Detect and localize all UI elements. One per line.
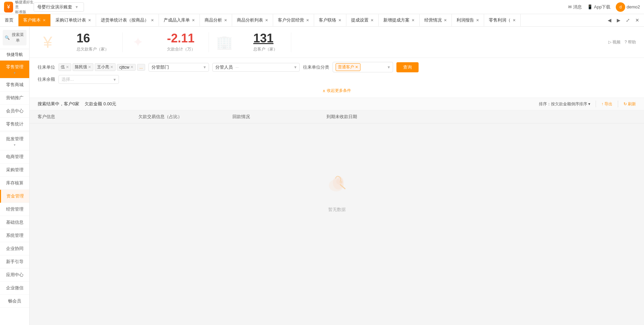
person-select[interactable]: 分管人员 ··· ▾ bbox=[212, 63, 300, 72]
sidebar-retail-mall-label: 零售商城 bbox=[6, 82, 24, 88]
chevron-down-icon: ▾ bbox=[14, 143, 15, 147]
chevron-down-icon: ▾ bbox=[114, 77, 116, 82]
message-icon: ✉ bbox=[568, 4, 572, 9]
nav-prev-button[interactable]: ◀ bbox=[606, 16, 613, 24]
tab-operation-status[interactable]: 经营情况 ✕ bbox=[420, 14, 452, 26]
sidebar-item-basic-info[interactable]: 基础信息 bbox=[0, 216, 29, 229]
sidebar-item-purchase-mgmt[interactable]: 采购管理 bbox=[0, 164, 29, 177]
sidebar-item-retail-mgmt[interactable]: 零售管理 ▾ bbox=[0, 61, 29, 78]
filter-balance-label: 往来余额 bbox=[38, 76, 55, 82]
remove-tag-cjttcw[interactable]: ✕ bbox=[130, 65, 133, 69]
sidebar-item-finance-mgmt[interactable]: 资金管理 bbox=[0, 190, 29, 203]
help-label: 帮助 bbox=[628, 39, 636, 45]
dept-select[interactable]: 分管部门 ▾ bbox=[148, 63, 209, 72]
message-button[interactable]: ✉ 消息 bbox=[568, 4, 582, 10]
tab-retail-profit[interactable]: 零售利润（ ✕ bbox=[484, 14, 521, 26]
tab-home[interactable]: 首页 bbox=[0, 14, 18, 26]
close-icon[interactable]: ✕ bbox=[192, 18, 195, 23]
tab-new-prompt-plan[interactable]: 新增提成方案 ✕ bbox=[379, 14, 420, 26]
refresh-button[interactable]: ↻ 刷新 bbox=[624, 101, 636, 107]
close-icon[interactable]: ✕ bbox=[513, 18, 516, 23]
close-icon[interactable]: ✕ bbox=[412, 18, 415, 23]
divider bbox=[596, 101, 596, 107]
collapse-button[interactable]: ∧ 收起更多条件 bbox=[38, 86, 636, 95]
sidebar-item-system-mgmt[interactable]: 系统管理 bbox=[0, 229, 29, 242]
filter-unit-category-label: 往来单位分类 bbox=[303, 64, 329, 70]
results-right: 排序：按欠款金额倒序排序 ▾ ↑ 导出 ↻ 刷新 bbox=[539, 101, 636, 107]
close-icon[interactable]: ✕ bbox=[444, 18, 447, 23]
sort-button[interactable]: 排序：按欠款金额倒序排序 ▾ bbox=[539, 101, 590, 107]
sidebar-purchase-mgmt-label: 采购管理 bbox=[6, 167, 24, 173]
download-icon: 📱 bbox=[587, 4, 593, 9]
sidebar-item-operation-mgmt[interactable]: 经营管理 bbox=[0, 203, 29, 216]
sidebar-item-ecommerce-mgmt[interactable]: 电商管理 bbox=[0, 150, 29, 164]
tab-instock-stat[interactable]: 进货单统计表（按商品） ✕ bbox=[96, 14, 159, 26]
chevron-down-icon: ▾ bbox=[14, 71, 15, 75]
tab-operation-status-label: 经营情况 bbox=[424, 17, 442, 23]
close-icon[interactable]: ✕ bbox=[224, 18, 227, 23]
close-icon[interactable]: ✕ bbox=[371, 18, 374, 23]
unit-category-select[interactable]: 普通客户 ✕ ▾ bbox=[333, 62, 393, 72]
filter-unit-label: 往来单位 bbox=[38, 64, 55, 70]
balance-select[interactable]: 选择... ▾ bbox=[58, 75, 119, 84]
sidebar-item-member-center[interactable]: 会员中心 bbox=[0, 105, 29, 118]
nav-expand-button[interactable]: ⤢ bbox=[624, 16, 632, 24]
sidebar-item-quick-nav[interactable]: 快捷导航 bbox=[0, 49, 29, 61]
sidebar-item-enterprise-wechat[interactable]: 企业微信 bbox=[0, 282, 29, 295]
tab-product-analysis[interactable]: 商品分析 ✕ bbox=[200, 14, 232, 26]
tab-new-prompt-plan-label: 新增提成方案 bbox=[383, 17, 410, 23]
tab-profit-report[interactable]: 利润报告 ✕ bbox=[452, 14, 484, 26]
results-summary: 搜索结果中，客户0家 bbox=[38, 101, 79, 107]
sidebar-item-retail-mall[interactable]: 零售商城 bbox=[0, 78, 29, 92]
remove-tag-chen[interactable]: ✕ bbox=[88, 65, 91, 69]
tab-customer-segment[interactable]: 客户分层经营 ✕ bbox=[273, 14, 314, 26]
user-menu[interactable]: d demo2 bbox=[616, 2, 640, 12]
tab-purchase-order-stat-label: 采购订单统计表 bbox=[55, 17, 86, 23]
empty-state: 暂无数据 bbox=[324, 169, 350, 213]
sidebar-item-enterprise-agreement[interactable]: 企业协同 bbox=[0, 242, 29, 255]
close-icon[interactable]: ✕ bbox=[265, 18, 268, 23]
stats-icon-1: ¥ bbox=[38, 32, 58, 52]
close-icon[interactable]: ✕ bbox=[151, 18, 154, 23]
tab-cost-instock[interactable]: 产成品入库单 ✕ bbox=[159, 14, 200, 26]
close-icon[interactable]: ✕ bbox=[88, 18, 91, 23]
sidebar-item-member-plus[interactable]: 畅会员 bbox=[0, 295, 29, 308]
remove-unit-category-tag[interactable]: ✕ bbox=[355, 65, 358, 69]
remove-tag-wu[interactable]: ✕ bbox=[66, 65, 69, 69]
nav-next-button[interactable]: ▶ bbox=[615, 16, 622, 24]
tab-product-analysis-list-label: 商品分析列表 bbox=[237, 17, 263, 23]
tab-purchase-order-stat[interactable]: 采购订单统计表 ✕ bbox=[51, 14, 96, 26]
chevron-down-icon: ▾ bbox=[388, 65, 390, 70]
org-selector[interactable]: 母婴行业演示账套 ▾ bbox=[34, 2, 84, 12]
remove-tag-wang[interactable]: ✕ bbox=[110, 65, 113, 69]
tab-customer-account[interactable]: 客户账本 ✕ bbox=[18, 14, 51, 26]
query-button[interactable]: 查询 bbox=[396, 62, 419, 72]
close-icon[interactable]: ✕ bbox=[476, 18, 479, 23]
help-button[interactable]: ? 帮助 bbox=[625, 39, 636, 45]
video-help-button[interactable]: ▷ 视频 bbox=[608, 39, 620, 45]
tab-product-analysis-list[interactable]: 商品分析列表 ✕ bbox=[232, 14, 273, 26]
filter-tag-more[interactable]: ... bbox=[137, 64, 145, 71]
search-icon: 🔍 bbox=[5, 35, 10, 40]
tab-prompt-settings[interactable]: 提成设置 ✕ bbox=[346, 14, 379, 26]
sidebar-item-app-center[interactable]: 应用中心 bbox=[0, 268, 29, 282]
nav-close-all-button[interactable]: ✕ bbox=[633, 16, 641, 24]
stat-debt-total: -2.11 欠款合计（万） bbox=[154, 32, 209, 52]
search-menu-button[interactable]: 🔍 搜索菜单 bbox=[3, 30, 27, 45]
export-button[interactable]: ↑ 导出 bbox=[601, 101, 612, 107]
tab-customer-contact[interactable]: 客户联络 ✕ bbox=[314, 14, 346, 26]
close-icon[interactable]: ✕ bbox=[338, 18, 341, 23]
tab-product-analysis-label: 商品分析 bbox=[205, 17, 222, 23]
close-icon[interactable]: ✕ bbox=[306, 18, 309, 23]
sidebar-item-retail-stats[interactable]: 零售统计 bbox=[0, 118, 29, 131]
sidebar-retail-mgmt-label: 零售管理 bbox=[6, 64, 24, 70]
close-icon[interactable]: ✕ bbox=[43, 18, 46, 23]
app-download-button[interactable]: 📱 App下载 bbox=[587, 4, 610, 10]
logo-text: 畅捷通好生意 标准版 bbox=[15, 0, 34, 14]
sidebar-item-wholesale-mgmt[interactable]: 批发管理 ▾ bbox=[0, 133, 29, 150]
stat-total-customers-label: 总客户（家） bbox=[253, 46, 277, 52]
sidebar-item-newbie-guide[interactable]: 新手引导 bbox=[0, 255, 29, 268]
sidebar-item-inventory-check[interactable]: 库存核算 bbox=[0, 177, 29, 190]
sidebar-item-marketing[interactable]: 营销推广 bbox=[0, 92, 29, 105]
chevron-down-icon: ▾ bbox=[294, 65, 297, 70]
